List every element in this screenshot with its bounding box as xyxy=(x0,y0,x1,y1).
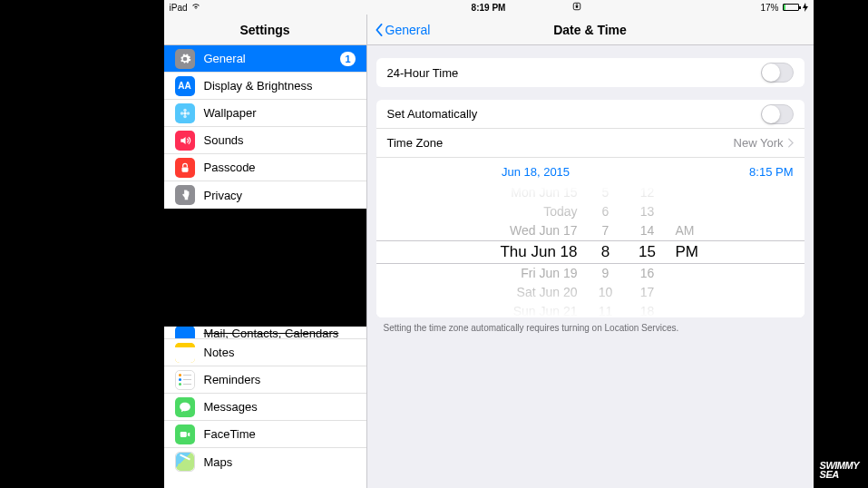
detail-title: Date & Time xyxy=(553,23,627,37)
group-datetime: Set Automatically Time Zone New York Jun… xyxy=(376,100,805,317)
picker-slot[interactable]: Mon Jun 15 xyxy=(511,186,577,202)
svg-point-3 xyxy=(183,108,187,112)
detail-pane: General Date & Time 24-Hour Time Set Aut… xyxy=(367,15,814,488)
back-button[interactable]: General xyxy=(375,23,431,37)
sidebar-item-label: FaceTime xyxy=(204,427,356,441)
sidebar-item-label: Display & Brightness xyxy=(204,79,356,93)
picker-slot[interactable]: 9 xyxy=(602,264,610,283)
picker-slot[interactable]: 12 xyxy=(640,186,655,202)
picker-slot[interactable]: 5 xyxy=(602,186,610,202)
sidebar-item-label: Reminders xyxy=(204,373,356,386)
detail-header: General Date & Time xyxy=(367,15,814,45)
hand-icon xyxy=(175,185,195,205)
cell-24hour[interactable]: 24-Hour Time xyxy=(376,58,805,87)
sidebar-item-reminders[interactable]: Reminders xyxy=(164,366,366,394)
sidebar-title: Settings xyxy=(239,23,289,37)
cell-current-datetime[interactable]: Jun 18, 2015 8:15 PM xyxy=(376,158,805,186)
sidebar-item-general[interactable]: General1 xyxy=(164,45,366,73)
sidebar-item-label: Mail, Contacts, Calendars xyxy=(204,327,339,339)
sidebar-item-label: Privacy xyxy=(204,189,356,202)
sidebar-item-mail-partial[interactable]: Mail, Contacts, Calendars xyxy=(164,327,366,339)
sidebar-item-passcode[interactable]: Passcode xyxy=(164,154,366,181)
sidebar-item-label: Wallpaper xyxy=(204,106,356,120)
picker-slot[interactable]: Sat Jun 20 xyxy=(517,283,578,302)
cell-label: Time Zone xyxy=(387,136,734,150)
svg-rect-7 xyxy=(181,167,188,171)
picker-slot[interactable]: 10 xyxy=(599,283,613,302)
sidebar-item-label: Sounds xyxy=(204,133,356,147)
mail-icon xyxy=(175,327,195,338)
picker-slot[interactable]: Fri Jun 19 xyxy=(521,264,577,283)
battery-fill xyxy=(784,5,786,10)
sidebar-item-maps[interactable]: Maps xyxy=(164,448,366,475)
picker-slot[interactable]: Sun Jun 21 xyxy=(513,302,578,318)
messages-icon xyxy=(175,397,195,417)
sidebar-item-display-brightness[interactable]: AADisplay & Brightness xyxy=(164,73,366,100)
picker-slot[interactable]: Today xyxy=(543,202,577,221)
current-date-label: Jun 18, 2015 xyxy=(387,165,685,179)
svg-point-6 xyxy=(186,112,190,115)
sidebar-item-sounds[interactable]: Sounds xyxy=(164,127,366,154)
badge: 1 xyxy=(340,52,355,66)
sidebar-item-label: Messages xyxy=(204,400,356,414)
sidebar-item-label: Maps xyxy=(204,455,356,469)
picker-slot[interactable]: AM xyxy=(676,221,695,240)
cell-set-automatically[interactable]: Set Automatically xyxy=(376,100,805,129)
watermark: SWIMMY SEA xyxy=(820,462,859,479)
picker-slot[interactable]: 6 xyxy=(602,202,610,221)
sidebar-item-wallpaper[interactable]: Wallpaper xyxy=(164,100,366,127)
reminders-icon xyxy=(175,370,195,390)
toggle-set-automatically[interactable] xyxy=(761,104,794,124)
sidebar-item-label: Notes xyxy=(204,346,356,359)
picker-slot[interactable]: 18 xyxy=(640,302,655,318)
sidebar-item-notes[interactable]: Notes xyxy=(164,339,366,366)
sidebar-group-2: Mail, Contacts, Calendars NotesReminders… xyxy=(164,327,366,475)
sidebar-item-messages[interactable]: Messages xyxy=(164,394,366,421)
picker-slot[interactable]: 17 xyxy=(640,283,655,302)
datetime-picker[interactable]: Mon Jun 15TodayWed Jun 17Thu Jun 18Fri J… xyxy=(376,186,805,317)
sidebar-group-1: General1AADisplay & BrightnessWallpaperS… xyxy=(164,45,366,209)
status-time: 8:19 PM xyxy=(472,3,506,13)
group-24hour: 24-Hour Time xyxy=(376,58,805,87)
charging-icon xyxy=(803,3,808,12)
AA-icon: AA xyxy=(175,76,195,96)
picker-slot[interactable]: 16 xyxy=(640,264,655,283)
svg-rect-8 xyxy=(180,432,186,437)
sidebar-item-facetime[interactable]: FaceTime xyxy=(164,421,366,448)
picker-slot[interactable]: 11 xyxy=(599,302,613,318)
current-time-label: 8:15 PM xyxy=(685,165,794,179)
svg-point-2 xyxy=(183,112,187,115)
ipad-settings-window: iPad 8:19 PM 17% Settings General1AADisp… xyxy=(164,0,814,488)
speaker-icon xyxy=(175,131,195,151)
status-bar: iPad 8:19 PM 17% xyxy=(164,0,814,15)
sidebar-blackout xyxy=(164,209,366,327)
battery-icon xyxy=(783,4,799,11)
toggle-24hour[interactable] xyxy=(761,63,794,83)
picker-slot[interactable]: 14 xyxy=(640,221,655,240)
lock-icon xyxy=(175,158,195,178)
cell-timezone[interactable]: Time Zone New York xyxy=(376,129,805,158)
footer-note: Setting the time zone automatically requ… xyxy=(367,317,814,338)
svg-point-4 xyxy=(183,114,187,118)
flower-icon xyxy=(175,103,195,123)
svg-point-5 xyxy=(180,112,183,115)
picker-slot[interactable]: Wed Jun 17 xyxy=(510,221,577,240)
picker-slot[interactable]: 7 xyxy=(602,221,610,240)
gear-icon xyxy=(175,49,195,69)
facetime-icon xyxy=(175,425,195,444)
device-label: iPad xyxy=(170,3,188,13)
cell-label: 24-Hour Time xyxy=(387,66,761,80)
sidebar-header: Settings xyxy=(164,15,366,45)
wifi-icon xyxy=(191,2,200,13)
svg-rect-1 xyxy=(575,5,578,7)
battery-percent: 17% xyxy=(760,3,778,13)
notes-icon xyxy=(175,343,195,363)
sidebar-item-label: General xyxy=(204,52,341,65)
picker-slot[interactable]: 13 xyxy=(640,202,655,221)
cell-label: Set Automatically xyxy=(387,107,761,121)
maps-icon xyxy=(175,452,195,472)
chevron-right-icon xyxy=(787,138,794,148)
back-label: General xyxy=(385,23,431,37)
sidebar-item-privacy[interactable]: Privacy xyxy=(164,181,366,209)
orientation-lock-icon xyxy=(572,2,581,13)
